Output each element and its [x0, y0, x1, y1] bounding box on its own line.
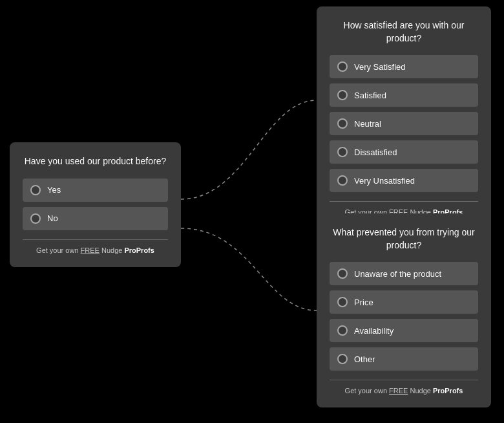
footer-brand: ProProfs	[124, 246, 154, 254]
top-right-card: How satisfied are you with our product? …	[317, 6, 491, 229]
footer-nudge: Nudge	[100, 246, 125, 254]
unaware-radio	[337, 268, 348, 279]
yes-option[interactable]: Yes	[23, 179, 168, 202]
br-footer-free: FREE	[389, 387, 408, 395]
top-right-card-title: How satisfied are you with our product?	[330, 19, 478, 45]
satisfied-radio	[337, 90, 348, 100]
availability-option[interactable]: Availability	[330, 319, 478, 342]
very-satisfied-label: Very Satisfied	[354, 62, 406, 72]
unaware-option[interactable]: Unaware of the product	[330, 262, 478, 285]
price-label: Price	[354, 298, 373, 307]
dissatisfied-label: Dissatisfied	[354, 147, 397, 157]
yes-label: Yes	[47, 185, 61, 195]
other-label: Other	[354, 354, 375, 364]
left-card-title: Have you used our product before?	[23, 155, 168, 168]
footer-prefix: Get your own	[36, 246, 80, 254]
unaware-label: Unaware of the product	[354, 269, 441, 279]
neutral-radio	[337, 118, 348, 129]
br-footer-prefix: Get your own	[345, 387, 389, 395]
left-card-footer: Get your own FREE Nudge ProProfs	[23, 239, 168, 254]
bottom-right-card: What prevented you from trying our produ…	[317, 213, 491, 407]
availability-label: Availability	[354, 326, 394, 336]
very-unsatisfied-option[interactable]: Very Unsatisfied	[330, 169, 478, 192]
satisfied-label: Satisfied	[354, 91, 386, 100]
very-satisfied-option[interactable]: Very Satisfied	[330, 55, 478, 78]
no-option[interactable]: No	[23, 207, 168, 230]
dissatisfied-radio	[337, 147, 348, 157]
dissatisfied-option[interactable]: Dissatisfied	[330, 140, 478, 164]
neutral-label: Neutral	[354, 119, 381, 129]
no-radio	[30, 213, 41, 224]
left-card: Have you used our product before? Yes No…	[10, 142, 181, 267]
availability-radio	[337, 325, 348, 336]
very-unsatisfied-label: Very Unsatisfied	[354, 176, 415, 186]
very-unsatisfied-radio	[337, 175, 348, 186]
other-radio	[337, 354, 348, 364]
very-satisfied-radio	[337, 61, 348, 72]
price-option[interactable]: Price	[330, 290, 478, 314]
neutral-option[interactable]: Neutral	[330, 112, 478, 135]
br-footer-nudge: Nudge	[408, 387, 433, 395]
bottom-right-card-footer: Get your own FREE Nudge ProProfs	[330, 380, 478, 395]
satisfied-option[interactable]: Satisfied	[330, 83, 478, 107]
other-option[interactable]: Other	[330, 347, 478, 371]
br-footer-brand: ProProfs	[433, 387, 463, 395]
bottom-right-card-title: What prevented you from trying our produ…	[330, 226, 478, 252]
footer-free: FREE	[81, 246, 100, 254]
price-radio	[337, 297, 348, 307]
no-label: No	[47, 213, 58, 223]
yes-radio	[30, 185, 41, 195]
